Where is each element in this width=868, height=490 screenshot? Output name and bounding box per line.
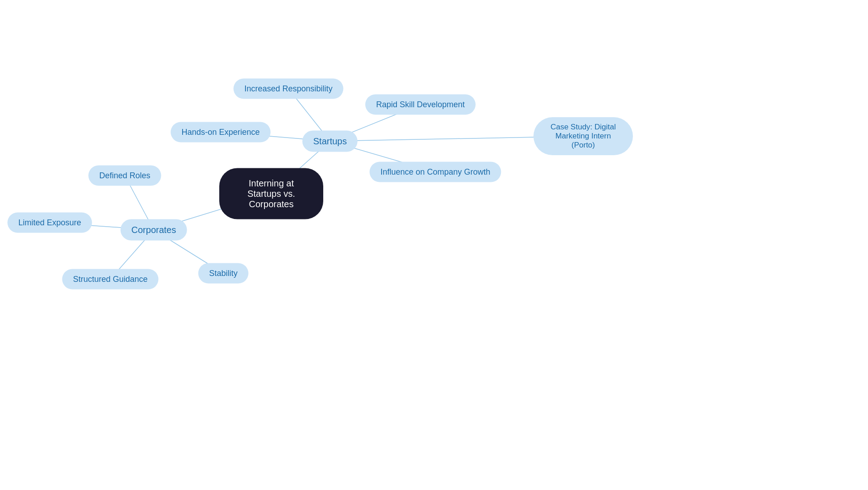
leaf-node-influence-on-company-growth: Influence on Company Growth [369, 162, 501, 182]
leaf-node-rapid-skill-development: Rapid Skill Development [365, 95, 476, 115]
leaf-node-increased-responsibility: Increased Responsibility [233, 79, 343, 99]
leaf-node-hands-on-experience: Hands-on Experience [170, 122, 270, 143]
branch-node-corporates: Corporates [121, 219, 187, 241]
connections-svg [0, 0, 868, 490]
leaf-node-case-study: Case Study: Digital Marketing Intern (Po… [533, 117, 633, 155]
branch-node-startups: Startups [302, 131, 358, 152]
leaf-node-limited-exposure: Limited Exposure [7, 213, 92, 233]
leaf-node-defined-roles: Defined Roles [88, 166, 161, 186]
leaf-node-structured-guidance: Structured Guidance [62, 269, 158, 290]
mind-map: Interning at Startups vs. CorporatesStar… [0, 0, 868, 490]
center-node: Interning at Startups vs. Corporates [219, 168, 323, 219]
leaf-node-stability: Stability [198, 263, 248, 284]
